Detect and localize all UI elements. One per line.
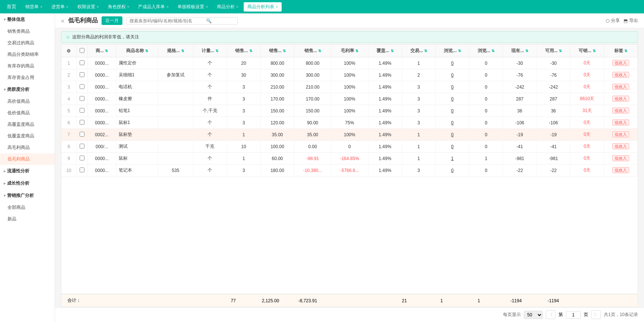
cell-browse1[interactable]: 0 xyxy=(436,129,470,141)
search-icon[interactable]: 🔍 xyxy=(206,18,212,23)
cell-browse1[interactable]: 0 xyxy=(436,93,470,105)
col-browse1[interactable]: 浏览... ⇅ xyxy=(436,45,470,57)
sidebar-item-high-value[interactable]: 高价值商品 xyxy=(0,96,55,107)
cell-name: 电话机 xyxy=(116,81,158,93)
nav-item-role[interactable]: 角色授权 × xyxy=(104,2,133,12)
sidebar-item-all-products[interactable]: 全部商品 xyxy=(0,202,55,213)
sidebar-item-sales-products[interactable]: 销售类商品 xyxy=(0,26,55,37)
page-size-select[interactable]: 50 100 xyxy=(524,311,543,319)
cell-checkbox[interactable] xyxy=(76,141,87,153)
col-spec[interactable]: 规格... ⇅ xyxy=(158,45,193,57)
row-checkbox[interactable] xyxy=(80,60,84,65)
nav-item-product-analysis-list[interactable]: 商品分析列表 × xyxy=(244,2,282,12)
col-current-stock[interactable]: 现有... ⇅ xyxy=(503,45,537,57)
cell-checkbox[interactable] xyxy=(76,153,87,165)
sidebar-item-high-margin[interactable]: 高毛利商品 xyxy=(0,142,55,153)
nav-item-permissions[interactable]: 权限设置 × xyxy=(74,2,103,12)
page-number-input[interactable] xyxy=(566,311,581,319)
col-settings[interactable]: ⚙ xyxy=(61,45,76,57)
nav-close-role[interactable]: × xyxy=(127,5,129,9)
col-unit[interactable]: 计量... ⇅ xyxy=(193,45,227,57)
col-available-stock[interactable]: 可用... ⇅ xyxy=(536,45,570,57)
sidebar-section-cluster[interactable]: ▾ 类群度分析 xyxy=(0,83,55,96)
row-checkbox[interactable] xyxy=(80,84,84,89)
cell-browse1[interactable]: 0 xyxy=(436,57,470,69)
cell-browse1[interactable]: 1 xyxy=(436,153,470,165)
row-checkbox[interactable] xyxy=(80,120,84,125)
col-tag[interactable]: 标签 ⇅ xyxy=(604,45,637,57)
sidebar-item-high-coverage[interactable]: 高覆盖度商品 xyxy=(0,119,55,130)
cell-checkbox[interactable] xyxy=(76,69,87,81)
cell-browse1[interactable]: 0 xyxy=(436,165,470,176)
col-checkbox[interactable] xyxy=(76,45,87,57)
nav-close-purchase[interactable]: × xyxy=(66,5,68,9)
cell-checkbox[interactable] xyxy=(76,165,87,176)
cell-checkbox[interactable] xyxy=(76,93,87,105)
row-checkbox[interactable] xyxy=(80,168,84,172)
cell-browse1[interactable]: 0 xyxy=(436,105,470,117)
cell-browse1[interactable]: 0 xyxy=(436,117,470,129)
cell-current-stock: -22 xyxy=(503,165,537,176)
nav-item-template[interactable]: 单据模板设置 × xyxy=(174,2,212,12)
nav-item-product-analysis[interactable]: 商品分析 × xyxy=(213,2,242,12)
col-browse2[interactable]: 浏览... ⇅ xyxy=(469,45,503,57)
col-sales-qty[interactable]: 销售... ⇅ xyxy=(227,45,261,57)
row-checkbox[interactable] xyxy=(80,72,84,77)
cell-checkbox[interactable] xyxy=(76,105,87,117)
nav-close-sales[interactable]: × xyxy=(40,5,42,9)
cell-transaction: 3 xyxy=(402,81,436,93)
nav-close-permissions[interactable]: × xyxy=(97,5,99,9)
nav-close-product-analysis-list[interactable]: × xyxy=(276,5,278,9)
cell-checkbox[interactable] xyxy=(76,129,87,141)
date-filter-button[interactable]: 近一月 xyxy=(102,16,122,25)
prev-page-btn[interactable]: 〈 xyxy=(546,310,555,319)
col-gross-margin[interactable]: 毛利率 ⇅ xyxy=(331,45,368,57)
nav-item-home[interactable]: 首页 xyxy=(3,2,20,12)
row-checkbox[interactable] xyxy=(80,132,84,137)
sidebar-item-in-stock[interactable]: 有库存的商品 xyxy=(0,60,55,72)
row-checkbox[interactable] xyxy=(80,96,84,101)
sidebar-toggle-btn[interactable]: « xyxy=(61,17,64,24)
sidebar-item-traded-products[interactable]: 交易过的商品 xyxy=(0,37,55,49)
share-button[interactable]: ⬡ 分享 xyxy=(606,17,620,24)
sidebar-section-flow[interactable]: ▸ 流通性分析 xyxy=(0,165,55,177)
sidebar-item-new-products[interactable]: 新品 xyxy=(0,213,55,225)
next-page-btn[interactable]: 〉 xyxy=(591,310,601,319)
main-table-wrapper[interactable]: ⚙ 商... ⇅ 商品名称 ⇅ 规格... ⇅ 计量... ⇅ 销售... ⇅ … xyxy=(61,44,638,294)
nav-item-purchase[interactable]: 进货单 × xyxy=(48,2,72,12)
cell-browse1[interactable]: 0 xyxy=(436,81,470,93)
col-transaction[interactable]: 交易... ⇅ xyxy=(402,45,436,57)
cell-checkbox[interactable] xyxy=(76,57,87,69)
nav-item-sales[interactable]: 销货单 × xyxy=(22,2,46,12)
cell-browse1[interactable]: 0 xyxy=(436,69,470,81)
sidebar-item-low-coverage[interactable]: 低覆盖度商品 xyxy=(0,130,55,142)
nav-item-product-entry[interactable]: 产成品入库单 × xyxy=(134,2,172,12)
sidebar-item-low-margin[interactable]: 低毛利商品 xyxy=(0,153,55,165)
cell-available-stock: -76 xyxy=(536,69,570,81)
nav-close-template[interactable]: × xyxy=(206,5,208,9)
row-checkbox[interactable] xyxy=(80,156,84,160)
search-input[interactable] xyxy=(129,18,204,23)
nav-close-product-entry[interactable]: × xyxy=(166,5,169,9)
sidebar-item-capital[interactable]: 库存资金占用 xyxy=(0,72,55,83)
sidebar-section-marketing[interactable]: ▾ 营销推广分析 xyxy=(0,189,55,202)
col-sellable-days[interactable]: 可销... ⇅ xyxy=(570,45,604,57)
sidebar-section-overall[interactable]: ▾ 整体信息 xyxy=(0,13,55,26)
select-all-checkbox[interactable] xyxy=(80,48,84,53)
nav-close-product-analysis[interactable]: × xyxy=(236,5,238,9)
export-button[interactable]: ⬒ 导出 xyxy=(624,17,638,24)
cell-browse1[interactable]: 0 xyxy=(436,141,470,153)
col-sales-amount[interactable]: 销售... ⇅ xyxy=(260,45,294,57)
sidebar-item-category-rate[interactable]: 商品分类助销率 xyxy=(0,49,55,60)
cell-checkbox[interactable] xyxy=(76,117,87,129)
col-coverage[interactable]: 覆盖... ⇅ xyxy=(368,45,402,57)
sidebar-item-low-value[interactable]: 低价值商品 xyxy=(0,107,55,119)
row-checkbox[interactable] xyxy=(80,108,84,113)
row-checkbox[interactable] xyxy=(80,144,84,149)
cell-code: 0000... xyxy=(87,105,116,117)
col-sales-profit[interactable]: 销售... ⇅ xyxy=(294,45,331,57)
col-code[interactable]: 商... ⇅ xyxy=(87,45,116,57)
sidebar-section-growth[interactable]: ▸ 成长性分析 xyxy=(0,177,55,189)
cell-checkbox[interactable] xyxy=(76,81,87,93)
col-name[interactable]: 商品名称 ⇅ xyxy=(116,45,158,57)
